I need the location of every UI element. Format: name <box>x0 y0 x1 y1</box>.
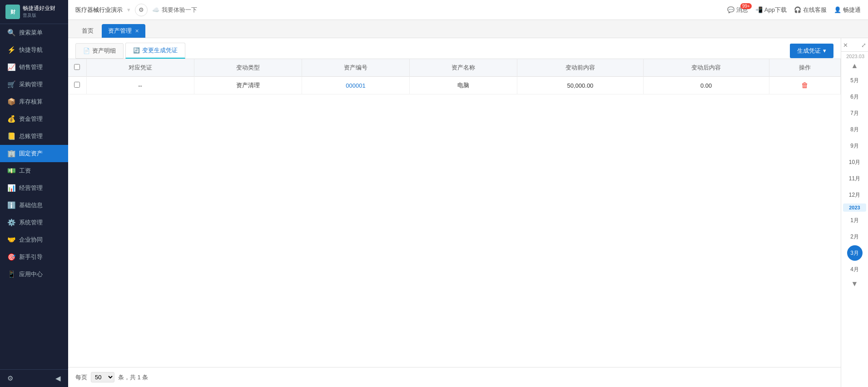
header-change-type: 变动类型 <box>194 59 302 77</box>
sidebar-item-coop[interactable]: 🤝 企业协同 <box>0 231 68 248</box>
sidebar-item-label: 资金管理 <box>19 115 43 123</box>
per-page-label: 每页 <box>75 373 87 382</box>
sidebar-item-inventory[interactable]: 📦 库存核算 <box>0 93 68 110</box>
calendar-month-5[interactable]: 5月 <box>847 73 863 88</box>
sales-icon: 📈 <box>7 63 15 71</box>
coop-icon: 🤝 <box>7 236 15 244</box>
setting-icon-button[interactable]: ⚙ <box>135 4 148 16</box>
tabbar: 首页 资产管理 ✕ <box>68 20 868 38</box>
delete-icon[interactable]: 🗑 <box>801 81 808 89</box>
app-download-label: App下载 <box>764 6 787 14</box>
row-after-change: 0.00 <box>643 77 769 94</box>
calendar-month-7[interactable]: 7月 <box>847 105 863 121</box>
calendar-month-6[interactable]: 6月 <box>847 89 863 104</box>
app-center-icon: 📱 <box>7 270 15 278</box>
header-voucher: 对应凭证 <box>86 59 194 77</box>
finance-icon: 💰 <box>7 115 15 123</box>
calendar-month-12[interactable]: 12月 <box>847 187 863 203</box>
tab-home-label: 首页 <box>82 27 94 35</box>
calendar-month-2023-4[interactable]: 4月 <box>847 262 863 277</box>
calendar-up-nav[interactable]: ▲ <box>841 60 868 72</box>
calendar-month-11[interactable]: 11月 <box>847 171 863 186</box>
sidebar-item-ledger[interactable]: 📒 总账管理 <box>0 128 68 145</box>
guide-icon: 🎯 <box>7 253 15 261</box>
tab-asset-mgmt[interactable]: 资产管理 ✕ <box>102 24 145 38</box>
sidebar-item-label: 固定资产 <box>19 149 43 158</box>
calendar-items: 2023.03 ▲ 5月 6月 7月 8月 9月 10月 11月 12月 202… <box>841 52 868 383</box>
calendar-down-nav[interactable]: ▼ <box>841 278 868 290</box>
tab-home[interactable]: 首页 <box>75 24 100 38</box>
calendar-month-2023-2[interactable]: 2月 <box>847 229 863 244</box>
inner-tab-asset-detail[interactable]: 📄 资产明细 <box>75 43 124 59</box>
sidebar-item-basic-info[interactable]: ℹ️ 基础信息 <box>0 197 68 214</box>
sidebar-item-label: 库存核算 <box>19 98 43 106</box>
message-badge: 99+ <box>740 3 752 9</box>
asset-detail-icon: 📄 <box>83 48 90 54</box>
message-icon: 💬 <box>727 6 734 13</box>
settings-icon[interactable]: ⚙ <box>7 374 13 382</box>
sidebar-item-payroll[interactable]: 💵 工资 <box>0 162 68 179</box>
table-header-row: 对应凭证 变动类型 资产编号 资产名称 变动前内容 变动后内容 操作 <box>68 59 841 77</box>
row-asset-code: 000001 <box>302 77 409 94</box>
sidebar-item-label: 采购管理 <box>19 80 43 89</box>
inner-tab-change-voucher[interactable]: 🔄 变更生成凭证 <box>125 43 185 59</box>
header-checkbox-cell <box>68 59 86 77</box>
topbar-right: 💬 消息 99+ 📲 App下载 🎧 在线客服 👤 畅捷通 <box>727 6 861 14</box>
sidebar-item-sales[interactable]: 📈 销售管理 <box>0 59 68 76</box>
calendar-month-10[interactable]: 10月 <box>847 154 863 170</box>
main-area: 医疗器械行业演示 ▾ ⚙ ☁️ 我要体验一下 💬 消息 99+ 📲 App下载 … <box>68 0 868 387</box>
inner-tabs: 📄 资产明细 🔄 变更生成凭证 生成凭证 ▾ <box>68 38 841 59</box>
table-row: -- 资产清理 000001 电脑 50,000.00 0.00 🗑 <box>68 77 841 94</box>
sidebar-item-label: 应用中心 <box>19 270 43 278</box>
sidebar-item-app-center[interactable]: 📱 应用中心 <box>0 266 68 283</box>
logo: 财 畅捷通好业财 普及版 <box>0 0 68 24</box>
logo-icon: 财 <box>5 5 20 19</box>
calendar-month-8[interactable]: 8月 <box>847 122 863 137</box>
sidebar-item-purchase[interactable]: 🛒 采购管理 <box>0 76 68 93</box>
sidebar-item-quick-nav[interactable]: ⚡ 快捷导航 <box>0 41 68 59</box>
right-panel-expand-button[interactable]: ⤢ <box>861 42 866 49</box>
calendar-prev-year-label: 2023.03 <box>841 52 868 60</box>
collapse-icon[interactable]: ◀ <box>55 374 61 382</box>
customer-service-button[interactable]: 🎧 在线客服 <box>794 6 827 14</box>
header-checkbox[interactable] <box>74 64 80 70</box>
sidebar-item-fixed-assets[interactable]: 🏢 固定资产 <box>0 145 68 162</box>
sidebar-item-guide[interactable]: 🎯 新手引导 <box>0 248 68 266</box>
user-label: 畅捷通 <box>843 6 861 14</box>
logo-text-block: 畅捷通好业财 普及版 <box>23 5 55 19</box>
calendar-month-2023-3[interactable]: 3月 <box>847 245 863 261</box>
per-page-select[interactable]: 10 20 50 100 <box>91 372 114 382</box>
asset-table: 对应凭证 变动类型 资产编号 资产名称 变动前内容 变动后内容 操作 <box>68 59 841 94</box>
right-panel-close-button[interactable]: ✕ <box>843 42 848 49</box>
experience-button[interactable]: ☁️ 我要体验一下 <box>152 6 197 14</box>
row-checkbox[interactable] <box>74 82 80 88</box>
sidebar-item-operations[interactable]: 📊 经营管理 <box>0 179 68 197</box>
logo-subtitle: 普及版 <box>23 12 55 19</box>
sidebar-item-system[interactable]: ⚙️ 系统管理 <box>0 214 68 231</box>
logo-title: 畅捷通好业财 <box>23 5 55 12</box>
row-action: 🗑 <box>769 77 840 94</box>
sidebar-item-label: 基础信息 <box>19 201 43 209</box>
sidebar-bottom: ⚙ ◀ <box>0 369 68 387</box>
basic-info-icon: ℹ️ <box>7 201 15 209</box>
calendar-month-2023-1[interactable]: 1月 <box>847 213 863 228</box>
inner-tab-asset-detail-label: 资产明细 <box>92 47 116 55</box>
row-voucher: -- <box>86 77 194 94</box>
app-download-button[interactable]: 📲 App下载 <box>755 6 787 14</box>
user-button[interactable]: 👤 畅捷通 <box>834 6 861 14</box>
row-before-change: 50,000.00 <box>517 77 643 94</box>
change-voucher-icon: 🔄 <box>133 47 140 54</box>
customer-service-icon: 🎧 <box>794 6 801 13</box>
header-asset-name: 资产名称 <box>410 59 517 77</box>
operations-icon: 📊 <box>7 184 15 192</box>
topbar-title: 医疗器械行业演示 <box>75 6 123 14</box>
calendar-month-9[interactable]: 9月 <box>847 138 863 154</box>
sidebar-item-finance[interactable]: 💰 资金管理 <box>0 110 68 128</box>
ledger-icon: 📒 <box>7 132 15 140</box>
calendar-2023-label: 2023 <box>843 203 866 212</box>
tab-close-icon[interactable]: ✕ <box>135 28 139 34</box>
generate-voucher-button[interactable]: 生成凭证 ▾ <box>790 44 833 58</box>
sidebar-item-search[interactable]: 🔍 搜索菜单 <box>0 24 68 41</box>
sidebar-item-label: 系统管理 <box>19 218 43 227</box>
message-button[interactable]: 💬 消息 99+ <box>727 6 748 14</box>
